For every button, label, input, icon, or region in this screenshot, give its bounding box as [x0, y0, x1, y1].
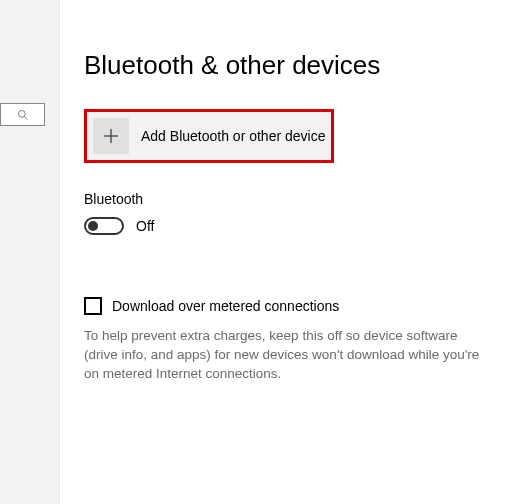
- bluetooth-toggle[interactable]: [84, 217, 124, 235]
- metered-checkbox[interactable]: [84, 297, 102, 315]
- add-device-button[interactable]: Add Bluetooth or other device: [84, 109, 334, 163]
- search-input[interactable]: [0, 103, 45, 126]
- toggle-knob: [88, 221, 98, 231]
- sidebar: [0, 0, 60, 504]
- svg-point-0: [18, 110, 25, 117]
- metered-description: To help prevent extra charges, keep this…: [84, 327, 494, 384]
- main-content: Bluetooth & other devices Add Bluetooth …: [60, 0, 507, 504]
- search-icon: [17, 109, 29, 121]
- bluetooth-section-label: Bluetooth: [84, 191, 507, 207]
- svg-line-1: [24, 116, 27, 119]
- bluetooth-toggle-state: Off: [136, 218, 154, 234]
- metered-checkbox-label: Download over metered connections: [112, 298, 339, 314]
- page-title: Bluetooth & other devices: [84, 50, 507, 81]
- plus-icon: [93, 118, 129, 154]
- add-device-label: Add Bluetooth or other device: [141, 128, 325, 144]
